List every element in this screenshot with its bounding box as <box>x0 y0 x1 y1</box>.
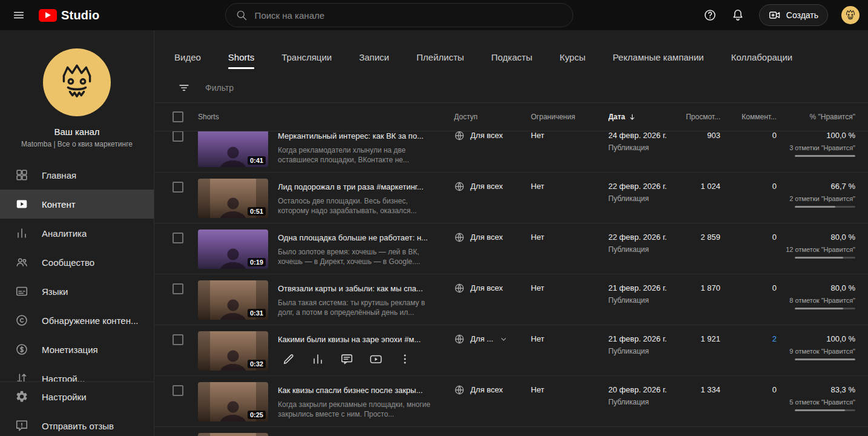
search-input[interactable] <box>255 10 563 21</box>
likes-cell: 66,7 % 2 отметки "Нравится" <box>777 173 855 208</box>
comments-value[interactable] <box>720 427 777 436</box>
col-access[interactable]: Доступ <box>454 113 531 121</box>
tab-1[interactable]: Shorts <box>228 30 254 73</box>
sidebar: Ваш канал Matomba | Все о квиз маркетинг… <box>0 30 154 436</box>
table-row[interactable]: 0:41 Меркантильный интерес: как ВК за по… <box>154 131 868 173</box>
video-description: Была такая система: ты крутишь рекламу в… <box>278 298 435 317</box>
chevron-down-icon[interactable] <box>499 334 508 344</box>
row-checkbox[interactable] <box>173 233 183 243</box>
col-likes[interactable]: % "Нравится" <box>777 113 855 121</box>
tab-6[interactable]: Курсы <box>559 30 585 73</box>
notifications-button[interactable] <box>726 4 749 27</box>
video-title[interactable]: Одна площадка больше не работает: н... <box>278 233 447 243</box>
youtube-icon <box>369 352 383 366</box>
youtube-logo-icon <box>39 9 57 22</box>
sidebar-item-2[interactable]: Аналитика <box>0 219 154 248</box>
table-row[interactable]: 0:19 Одна площадка больше не работает: н… <box>154 223 868 274</box>
video-title[interactable]: Отвязали карты и забыли: как мы спа... <box>278 283 447 294</box>
row-checkbox[interactable] <box>173 182 183 193</box>
video-thumbnail[interactable]: 0:25 <box>198 382 268 421</box>
date-cell: 22 февр. 2026 г. Публикация <box>608 223 683 254</box>
comments-action-button[interactable] <box>340 352 353 366</box>
comments-value[interactable]: 0 <box>720 274 777 292</box>
comments-value[interactable]: 2 <box>720 325 777 343</box>
sidebar-item-label: Монетизация <box>42 345 98 355</box>
channel-avatar[interactable] <box>43 48 111 116</box>
tab-7[interactable]: Рекламные кампании <box>613 30 703 73</box>
video-thumbnail[interactable]: 0:51 <box>198 179 268 218</box>
sidebar-item-3[interactable]: Сообщество <box>0 248 154 277</box>
views-value: 2 859 <box>683 223 720 242</box>
filter-label[interactable]: Фильтр <box>205 83 234 93</box>
video-thumbnail[interactable]: 0:41 <box>198 131 268 167</box>
sidebar-bottom-item-0[interactable]: Настройки <box>0 382 154 411</box>
video-title[interactable]: Меркантильный интерес: как ВК за по... <box>278 131 447 142</box>
studio-logo[interactable]: Studio <box>39 8 99 22</box>
filter-icon[interactable] <box>177 81 191 94</box>
date-value: 22 февр. 2026 г. <box>608 233 683 242</box>
row-checkbox[interactable] <box>173 131 183 142</box>
likes-ratio-bar <box>795 155 855 157</box>
comments-value[interactable]: 0 <box>720 173 777 191</box>
table-row[interactable]: 0:32 Какими были квизы на заре эпохи #м.… <box>154 325 868 376</box>
table-row[interactable]: 0:31 Отвязали карты и забыли: как мы спа… <box>154 274 868 325</box>
content-icon <box>15 197 28 211</box>
video-thumbnail[interactable]: 0:32 <box>198 331 268 371</box>
tab-0[interactable]: Видео <box>174 30 201 73</box>
col-date[interactable]: Дата <box>608 113 683 122</box>
select-all-checkbox[interactable] <box>173 111 183 122</box>
sidebar-bottom-item-1[interactable]: Отправить отзыв <box>0 411 154 436</box>
comments-value[interactable]: 0 <box>720 223 777 242</box>
video-thumbnail[interactable]: 0:19 <box>198 230 268 269</box>
table-row[interactable] <box>154 427 868 436</box>
copyright-icon <box>15 314 28 327</box>
video-thumbnail[interactable] <box>198 433 268 436</box>
help-button[interactable] <box>699 4 722 27</box>
menu-button[interactable] <box>7 4 30 27</box>
date-cell: 21 февр. 2026 г. Публикация <box>608 274 683 305</box>
table-row[interactable]: 0:51 Лид подорожал в три раза #маркетинг… <box>154 173 868 223</box>
analytics-action-button[interactable] <box>311 352 324 366</box>
tab-8[interactable]: Коллаборации <box>731 30 793 73</box>
account-avatar[interactable] <box>841 6 860 24</box>
row-checkbox[interactable] <box>173 334 183 345</box>
sidebar-item-6[interactable]: Монетизация <box>0 335 154 364</box>
video-thumbnail[interactable]: 0:31 <box>198 280 268 320</box>
col-restrictions[interactable]: Ограничения <box>531 113 608 121</box>
row-checkbox[interactable] <box>173 283 183 294</box>
sidebar-item-5[interactable]: Обнаружение контен... <box>0 306 154 335</box>
col-views[interactable]: Просмот... <box>683 113 720 121</box>
kebab-action-button[interactable] <box>398 352 412 366</box>
youtube-studio-app: Studio Создать <box>0 0 868 436</box>
sidebar-item-label: Языки <box>42 286 68 297</box>
channel-subtitle: Matomba | Все о квиз маркетинге <box>0 139 154 149</box>
date-status: Публикация <box>608 245 683 254</box>
sidebar-item-label: Обнаружение контен... <box>42 315 138 326</box>
edit-action-button[interactable] <box>281 352 295 366</box>
sidebar-item-0[interactable]: Главная <box>0 160 154 190</box>
sidebar-item-4[interactable]: Языки <box>0 277 154 306</box>
filter-bar: Фильтр <box>154 73 868 103</box>
edit-icon <box>282 352 295 366</box>
tab-5[interactable]: Подкасты <box>492 30 533 73</box>
youtube-action-button[interactable] <box>369 352 383 366</box>
comments-value[interactable]: 0 <box>720 131 777 140</box>
tab-3[interactable]: Записи <box>359 30 389 73</box>
col-comments[interactable]: Коммент... <box>720 113 777 121</box>
col-shorts[interactable]: Shorts <box>198 113 454 121</box>
tab-4[interactable]: Плейлисты <box>416 30 464 73</box>
logo-text: Studio <box>61 8 99 22</box>
sidebar-item-label: Контент <box>42 199 76 210</box>
likes-cell: 100,0 % 9 отметок "Нравится" <box>777 325 855 360</box>
sidebar-item-1[interactable]: Контент <box>0 190 154 219</box>
video-title[interactable]: Лид подорожал в три раза #маркетинг... <box>278 182 447 193</box>
video-title[interactable]: Как квизы спасли бизнес после закры... <box>278 385 447 396</box>
date-cell: 21 февр. 2026 г. Публикация <box>608 325 683 355</box>
row-checkbox[interactable] <box>173 385 183 396</box>
comments-value[interactable]: 0 <box>720 376 777 394</box>
create-button[interactable]: Создать <box>759 4 828 26</box>
table-row[interactable]: 0:25 Как квизы спасли бизнес после закры… <box>154 376 868 427</box>
tab-2[interactable]: Трансляции <box>281 30 332 73</box>
video-title[interactable]: Какими были квизы на заре эпохи #м... <box>278 334 447 345</box>
search-bar <box>225 3 573 27</box>
